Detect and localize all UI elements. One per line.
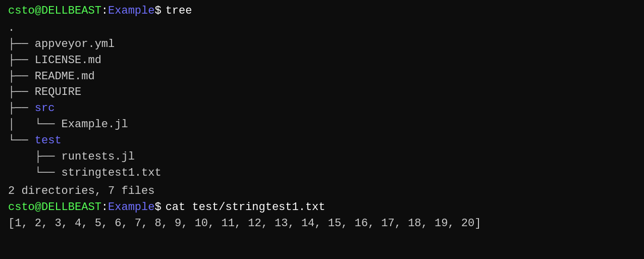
- cat-output: [1, 2, 3, 4, 5, 6, 7, 8, 9, 10, 11, 12, …: [8, 216, 636, 232]
- tree-item-3: ├── REQUIRE: [8, 84, 636, 100]
- tree-item-1: ├── LICENSE.md: [8, 53, 636, 69]
- directory-2: Example: [108, 199, 154, 216]
- tree-item-5: │ └── Example.jl: [8, 117, 636, 133]
- tree-item-8: └── stringtest1.txt: [8, 165, 636, 181]
- prompt-symbol-1: $: [154, 3, 161, 19]
- tree-item-6: └── test: [8, 133, 636, 149]
- tree-item-2: ├── README.md: [8, 69, 636, 85]
- tree-root: .: [8, 20, 636, 36]
- dir-test: test: [35, 134, 62, 147]
- terminal: csto@DELLBEAST : Example $ tree . ├── ap…: [8, 3, 636, 231]
- colon-2: :: [101, 199, 108, 216]
- tree-item-4: ├── src: [8, 100, 636, 117]
- tree-item-0: ├── appveyor.yml: [8, 36, 636, 53]
- prompt-line-2: csto@DELLBEAST : Example $ cat test/stri…: [8, 199, 636, 216]
- dir-src: src: [35, 102, 55, 115]
- colon-1: :: [101, 3, 108, 19]
- directory-1: Example: [108, 3, 154, 19]
- user-host-2: csto@DELLBEAST: [8, 199, 101, 216]
- tree-summary: 2 directories, 7 files: [8, 183, 636, 199]
- command-1: tree: [166, 3, 192, 19]
- prompt-symbol-2: $: [154, 199, 161, 216]
- command-2: cat test/stringtest1.txt: [166, 199, 326, 216]
- user-host-1: csto@DELLBEAST: [8, 3, 101, 19]
- tree-item-7: ├── runtests.jl: [8, 149, 636, 165]
- tree-output: . ├── appveyor.yml ├── LICENSE.md ├── RE…: [8, 20, 636, 181]
- prompt-line-1: csto@DELLBEAST : Example $ tree: [8, 3, 636, 19]
